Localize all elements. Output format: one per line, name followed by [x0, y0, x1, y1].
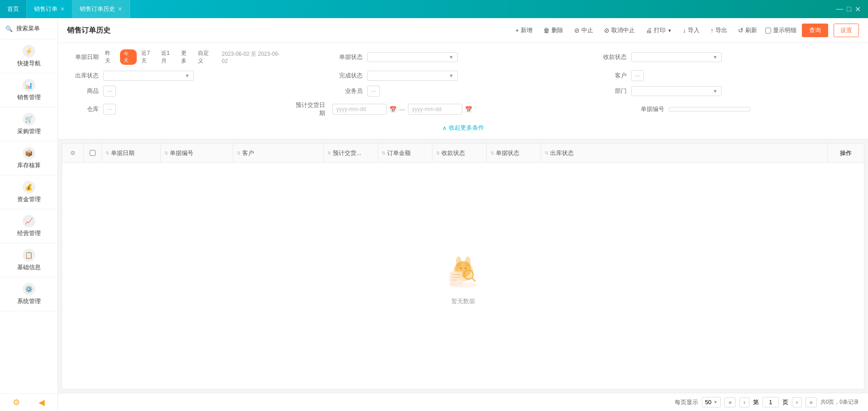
th-out-status[interactable]: ⇅ 出库状态 [541, 144, 828, 162]
print-button[interactable]: 🖨 打印 ▼ [643, 24, 675, 36]
import-icon: ↓ [683, 27, 686, 34]
filter-row-2: 出库状态 ▼ 完成状态 ▼ 客户 ··· [67, 70, 859, 81]
doc-number-input[interactable] [669, 107, 750, 111]
yesterday-btn[interactable]: 昨天 [103, 48, 117, 66]
collapse-row[interactable]: ∧ 收起更多条件 [67, 122, 859, 134]
calendar-start-icon[interactable]: 📅 [389, 106, 397, 113]
new-button[interactable]: + 新增 [513, 24, 535, 36]
refresh-button[interactable]: ↺ 刷新 [735, 24, 760, 36]
out-status-select[interactable]: ▼ [103, 71, 194, 81]
th-action: 操作 [828, 149, 864, 157]
export-button[interactable]: ↑ 导出 [708, 24, 730, 36]
sidebar-search-menu[interactable]: 🔍 搜索菜单 [0, 18, 58, 39]
import-button[interactable]: ↓ 导入 [680, 24, 702, 36]
close-sales-order-tab-icon[interactable]: ✕ [60, 6, 65, 12]
sidebar-item-operations[interactable]: 📈 经营管理 [0, 209, 58, 243]
first-page-button[interactable]: « [724, 397, 736, 407]
print-arrow-icon: ▼ [667, 28, 672, 33]
svg-point-6 [465, 267, 466, 269]
export-icon: ↑ [710, 27, 714, 34]
stop-button[interactable]: ⊘ 中止 [571, 24, 596, 36]
sidebar-item-sales[interactable]: 📊 销售管理 [0, 73, 58, 107]
close-history-tab-icon[interactable]: ✕ [118, 6, 122, 12]
cancel-stop-button[interactable]: ⊘ 取消中止 [601, 24, 638, 36]
today-btn[interactable]: 今天 [120, 49, 137, 65]
th-receipt[interactable]: ⇅ 收款状态 [432, 144, 487, 162]
product-label: 商品 [67, 87, 103, 95]
th-customer[interactable]: ⇅ 客户 [233, 144, 324, 162]
warehouse-select-btn[interactable]: ··· [103, 104, 116, 115]
tab-home[interactable]: 首页 [0, 0, 27, 18]
th-doc-status[interactable]: ⇅ 单据状态 [487, 144, 541, 162]
select-all-input[interactable] [90, 150, 96, 156]
sidebar-item-purchase[interactable]: 🛒 采购管理 [0, 107, 58, 141]
receipt-status-select[interactable]: ▼ [631, 52, 722, 62]
maximize-button[interactable]: □ [847, 5, 851, 13]
department-select[interactable]: ▼ [631, 86, 722, 96]
delivery-date-start[interactable]: yyyy-mm-dd [332, 104, 387, 115]
department-label: 部门 [595, 87, 631, 95]
system-icon: ⚙️ [23, 283, 35, 295]
prev-page-button[interactable]: ‹ [739, 397, 749, 407]
display-toggle-label: 显示明细 [773, 26, 796, 34]
calendar-end-icon[interactable]: 📅 [465, 106, 472, 113]
collapse-label: 收起更多条件 [449, 124, 484, 132]
th-doc-no[interactable]: ⇅ 单据编号 [161, 144, 233, 162]
delivery-date-end[interactable]: yyyy-mm-dd [408, 104, 462, 115]
customer-label: 客户 [595, 72, 631, 80]
cancel-stop-icon: ⊘ [604, 27, 609, 34]
svg-line-8 [472, 278, 475, 281]
th-date[interactable]: ⇅ 单据日期 [102, 144, 161, 162]
system-label: 系统管理 [17, 297, 41, 305]
th-receipt-label: 收款状态 [441, 149, 465, 157]
sidebar-item-basic-info[interactable]: 📋 基础信息 [0, 243, 58, 277]
sort-icon-date: ⇅ [106, 150, 109, 155]
settings-bottom-icon[interactable]: ⚙ [13, 397, 20, 407]
more-btn[interactable]: 更多 [179, 48, 193, 66]
th-doc-no-label: 单据编号 [170, 149, 193, 157]
page-header: 销售订单历史 + 新增 🗑 删除 ⊘ 中止 ⊘ [58, 18, 868, 43]
th-amount[interactable]: ⇅ 订单金额 [378, 144, 432, 162]
table-header: ⚙ ⇅ 单据日期 ⇅ 单据编号 ⇅ 客户 ⇅ 预计交货. [62, 144, 864, 163]
page-number-input[interactable] [762, 397, 779, 407]
sidebar-item-inventory[interactable]: 📦 库存核算 [0, 141, 58, 175]
salesperson-select-btn[interactable]: ··· [367, 86, 380, 97]
setting-button[interactable]: 设置 [834, 24, 859, 37]
cancel-stop-label: 取消中止 [611, 26, 635, 34]
th-delivery[interactable]: ⇅ 预计交货... [324, 144, 378, 162]
column-settings-icon[interactable]: ⚙ [62, 144, 84, 162]
select-all-checkbox[interactable] [84, 144, 102, 162]
next-page-button[interactable]: › [792, 397, 802, 407]
minimize-button[interactable]: — [836, 5, 843, 13]
salesperson-label: 业务员 [331, 87, 367, 95]
page-size-select[interactable]: 50 ▼ [702, 397, 721, 407]
product-select-btn[interactable]: ··· [103, 86, 116, 97]
sales-label: 销售管理 [17, 93, 41, 102]
refresh-icon: ↺ [738, 27, 743, 34]
display-toggle[interactable]: 显示明细 [765, 26, 796, 34]
complete-status-select[interactable]: ▼ [367, 71, 458, 81]
filter-row-3: 商品 ··· 业务员 ··· 部门 ▼ [67, 86, 859, 97]
delete-button[interactable]: 🗑 删除 [541, 24, 566, 36]
doc-status-select[interactable]: ▼ [367, 52, 458, 62]
last-page-button[interactable]: » [806, 397, 817, 407]
out-status-arrow-icon: ▼ [185, 73, 190, 78]
customer-select-btn[interactable]: ··· [631, 70, 644, 81]
sidebar-item-quick-nav[interactable]: ⚡ 快捷导航 [0, 39, 58, 73]
tab-sales-order-history[interactable]: 销售订单历史 ✕ [72, 0, 130, 18]
last1month-btn[interactable]: 近1月 [159, 48, 177, 66]
empty-illustration [436, 247, 490, 292]
sidebar-item-system[interactable]: ⚙️ 系统管理 [0, 277, 58, 311]
display-toggle-checkbox[interactable] [765, 28, 771, 34]
doc-number-label: 单据编号 [633, 105, 669, 113]
purchase-icon: 🛒 [23, 113, 35, 126]
collapse-sidebar-icon[interactable]: ◀ [38, 397, 45, 407]
query-button[interactable]: 查询 [802, 24, 828, 37]
svg-point-3 [456, 256, 461, 267]
sidebar-item-finance[interactable]: 💰 资金管理 [0, 175, 58, 209]
last7days-btn[interactable]: 近7天 [139, 48, 157, 66]
close-button[interactable]: ✕ [855, 5, 861, 14]
custom-btn[interactable]: 自定义 [196, 48, 216, 66]
tab-sales-order[interactable]: 销售订单 ✕ [27, 0, 72, 18]
page-unit: 页 [782, 398, 788, 406]
